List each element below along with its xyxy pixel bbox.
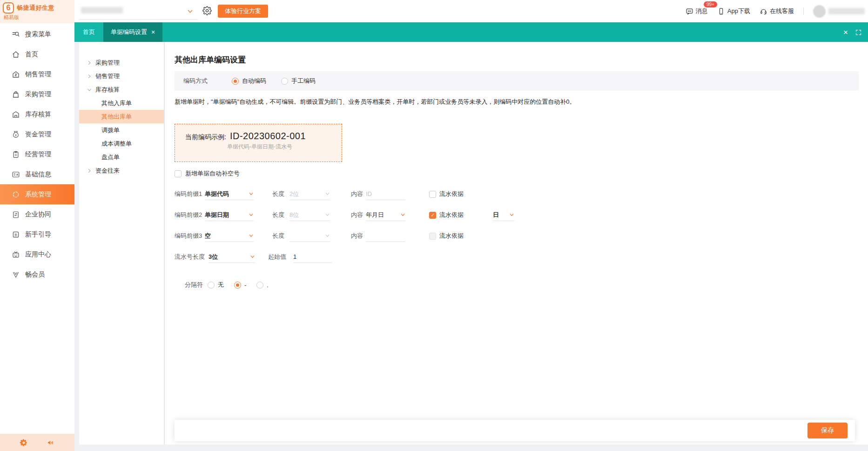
sidebar-item-system[interactable]: 系统管理: [0, 184, 74, 204]
sidebar-item-purchase[interactable]: 采购管理: [0, 84, 74, 104]
submenu-item-label: 库存核算: [95, 86, 120, 94]
sidebar-item-inventory[interactable]: 库存核算: [0, 104, 74, 124]
save-button[interactable]: 保存: [807, 423, 848, 438]
settings-gear-icon[interactable]: [20, 438, 28, 447]
trial-plan-button[interactable]: 体验行业方案: [218, 5, 268, 18]
tab-close-icon[interactable]: ×: [151, 29, 155, 35]
chevron-down-icon: [400, 212, 405, 217]
chevron-down-icon: [249, 212, 254, 217]
messages-button[interactable]: 消息 99+: [686, 7, 708, 15]
start-value-input[interactable]: [293, 251, 332, 263]
sidebar-item-search-menu[interactable]: 搜索菜单: [0, 24, 74, 44]
online-support-button[interactable]: 在线客服: [760, 7, 794, 15]
prefix3-content-input[interactable]: [366, 230, 405, 242]
prefix1-length-select[interactable]: 2位: [289, 188, 330, 200]
tab-label: 首页: [83, 28, 95, 36]
sidebar-item-home[interactable]: 首页: [0, 44, 74, 64]
volume-mute-icon[interactable]: [47, 438, 55, 447]
sidebar-item-app-center[interactable]: 应用中心: [0, 244, 74, 264]
submenu-item-label: 其他入库单: [101, 99, 132, 108]
serial-length-select[interactable]: 3位: [209, 251, 255, 263]
prefix3-type-select[interactable]: 空: [205, 230, 254, 242]
tab-document-code-settings[interactable]: 单据编码设置 ×: [103, 22, 162, 42]
radio-icon: [256, 282, 263, 289]
prefix2-type-select[interactable]: 单据日期: [205, 209, 254, 221]
sidebar-item-funds[interactable]: 资金管理: [0, 124, 74, 144]
fullscreen-icon[interactable]: [855, 29, 862, 36]
description-text: 新增单据时，"单据编码"自动生成，不可编辑。前缀设置为部门、业务员等档案类，开单…: [175, 98, 575, 106]
submenu-item-label: 销售管理: [95, 72, 120, 81]
submenu-item-sales[interactable]: 销售管理: [79, 69, 164, 83]
prefix-row-3: 编码前缀3 空 长度 内容 流水依据: [175, 230, 464, 242]
user-account[interactable]: [813, 5, 865, 18]
close-all-icon[interactable]: ×: [843, 28, 848, 36]
messages-badge: 99+: [704, 1, 717, 7]
checkbox-checked-icon[interactable]: [429, 212, 436, 219]
serial-length-row: 流水号长度 3位 起始值: [175, 251, 332, 263]
purchase-icon: [12, 90, 20, 99]
serial-basis-label: 流水依据: [439, 190, 464, 198]
company-select[interactable]: [79, 3, 198, 20]
radio-auto-coding[interactable]: 自动编码: [232, 77, 266, 85]
sidebar-item-label: 基础信息: [25, 170, 51, 179]
tab-label: 单据编码设置: [111, 28, 147, 36]
sidebar-item-label: 企业协同: [25, 210, 51, 219]
brand-logo-icon: 6: [3, 2, 14, 13]
messages-label: 消息: [696, 7, 708, 15]
tab-home[interactable]: 首页: [74, 22, 103, 42]
prefix2-length-select[interactable]: 8位: [289, 209, 330, 221]
example-hint: 单据代码-单据日期-流水号: [227, 143, 342, 151]
funds-icon: [12, 130, 20, 139]
submenu-item-other-outbound[interactable]: 其他出库单: [79, 110, 164, 123]
separator-row: 分隔符 无 - .: [185, 279, 279, 291]
submenu-item-label: 盘点单: [101, 153, 120, 162]
prefix2-content-select[interactable]: 年月日: [366, 209, 405, 221]
submenu-item-purchase[interactable]: 采购管理: [79, 56, 164, 69]
sidebar-item-label: 资金管理: [25, 130, 51, 139]
submenu-item-stocktake[interactable]: 盘点单: [79, 150, 164, 164]
length-label: 长度: [272, 211, 285, 219]
coding-mode-bar: 编码方式 自动编码 手工编码: [175, 71, 859, 91]
chevron-right-icon: [87, 61, 92, 65]
submenu-item-cost-adjustment[interactable]: 成本调整单: [79, 137, 164, 150]
sidebar-item-sales[interactable]: 销售管理: [0, 64, 74, 84]
autofill-checkbox-row[interactable]: 新增单据自动补空号: [175, 169, 240, 178]
submenu-item-inventory-accounting[interactable]: 库存核算: [79, 83, 164, 96]
chevron-down-icon: [325, 233, 330, 238]
main-content: 其他出库单编码设置 编码方式 自动编码 手工编码 新增单据时，"单据编码"自动生…: [165, 42, 868, 444]
radio-icon: [208, 282, 215, 289]
radio-manual-coding[interactable]: 手工编码: [281, 77, 316, 85]
prefix1-content-input[interactable]: [366, 188, 405, 200]
sidebar-item-member[interactable]: 畅会员: [0, 264, 74, 284]
prefix3-length-select[interactable]: [289, 230, 330, 242]
sidebar-item-operations[interactable]: 经营管理: [0, 144, 74, 164]
checkbox-icon[interactable]: [429, 191, 436, 198]
prefix1-type-select[interactable]: 单据代码: [205, 188, 254, 200]
radio-separator-dash[interactable]: -: [234, 282, 246, 289]
sidebar-item-collaboration[interactable]: 企业协同: [0, 204, 74, 224]
sidebar-item-basic-info[interactable]: 基础信息: [0, 164, 74, 184]
member-icon: [12, 270, 20, 279]
basic-info-icon: [12, 170, 20, 179]
radio-separator-dot[interactable]: .: [256, 282, 269, 289]
radio-separator-none[interactable]: 无: [208, 281, 224, 289]
chevron-down-icon: [249, 191, 254, 196]
chevron-right-icon: [87, 168, 92, 173]
search-icon: [12, 30, 20, 39]
submenu-item-other-inbound[interactable]: 其他入库单: [79, 96, 164, 110]
serial-unit-select[interactable]: 日: [493, 209, 514, 221]
example-code: ID-20230602-001: [230, 131, 306, 141]
start-value-label: 起始值: [268, 253, 288, 261]
gear-icon[interactable]: [202, 6, 212, 15]
sidebar-item-guide[interactable]: 新 新手引导: [0, 224, 74, 244]
content-label: 内容: [351, 190, 363, 198]
submenu-item-transfer-order[interactable]: 调拨单: [79, 123, 164, 137]
submenu-item-fund-transactions[interactable]: 资金往来: [79, 164, 164, 177]
checkbox-icon[interactable]: [175, 170, 182, 177]
content-label: 内容: [351, 211, 363, 219]
header-divider: [803, 7, 804, 15]
app-window: 6 畅捷通好生意 精易版 搜索菜单 首页 销售管理 采购管理: [0, 0, 868, 451]
prefix-row-1: 编码前缀1 单据代码 长度 2位 内容 流水依据: [175, 188, 464, 200]
headset-icon: [760, 7, 767, 15]
app-download-button[interactable]: App下载: [717, 7, 750, 15]
